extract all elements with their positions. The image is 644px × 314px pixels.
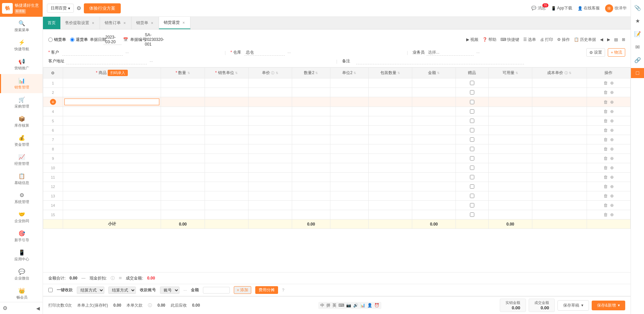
user-info[interactable]: 徐 徐泽华 (605, 4, 627, 12)
nav-prev-btn[interactable]: ◀ (600, 37, 603, 42)
operate-btn[interactable]: ⚙ 操作 (557, 37, 570, 43)
customer-input[interactable] (62, 49, 123, 56)
delete-icon[interactable]: 🗑 (603, 109, 608, 114)
tab-close-1[interactable]: × (91, 21, 95, 25)
right-panel-link[interactable]: 🔗 (634, 55, 641, 65)
unit-sort-icon[interactable]: ⇅ (235, 71, 238, 75)
nav-next-btn[interactable]: ▶ (607, 37, 610, 42)
delete-icon[interactable]: 🗑 (603, 128, 608, 133)
industry-select[interactable]: 日用百货 ▾ (47, 4, 74, 13)
settlement-select[interactable]: 结算方式 (77, 287, 104, 294)
address-dots[interactable]: ··· (150, 59, 153, 64)
ime-zh[interactable]: 中 (320, 303, 324, 308)
copy-icon[interactable]: ⊕ (610, 109, 614, 114)
online-service[interactable]: 👤 在线客服 (578, 5, 600, 11)
row-gift-check[interactable] (456, 116, 489, 126)
copy-icon[interactable]: ⊕ (610, 100, 614, 105)
amount-input[interactable] (203, 287, 230, 294)
settings-btn[interactable]: ⚙ 设置 (586, 48, 605, 57)
cost-sort-icon[interactable]: ⇅ (569, 71, 572, 75)
row-gift-check[interactable] (456, 201, 489, 210)
topbar-gear-icon[interactable]: ⚙ (76, 5, 81, 11)
row-gift-check[interactable] (456, 78, 489, 88)
row-product[interactable] (63, 154, 161, 163)
right-panel-attachment[interactable]: 📎 (634, 3, 641, 13)
right-panel-star[interactable]: ★ (635, 16, 640, 26)
add-btn[interactable]: + 添加 (234, 286, 251, 294)
row-product[interactable] (63, 182, 161, 191)
row-product[interactable] (63, 201, 161, 210)
sidebar-item-新手引导[interactable]: 🎯新手引导 (0, 227, 43, 246)
row-gift-check[interactable] (456, 154, 489, 163)
copy-icon[interactable]: ⊕ (610, 212, 614, 217)
sidebar-item-资金管理[interactable]: 💰资金管理 (0, 131, 43, 150)
delete-icon[interactable]: 🗑 (603, 193, 608, 198)
row-gift-check[interactable] (456, 107, 489, 116)
row-product[interactable] (63, 107, 161, 116)
delete-icon[interactable]: 🗑 (603, 90, 608, 95)
row-product[interactable] (63, 135, 161, 144)
tab-close-2[interactable]: × (123, 21, 126, 25)
customer-dots[interactable]: ··· (125, 50, 129, 55)
warehouse-dots[interactable]: ··· (287, 50, 291, 55)
row-product[interactable] (63, 173, 161, 182)
unit2-sort-icon[interactable]: ⇅ (354, 71, 356, 75)
tab-2[interactable]: 销售订单× (100, 17, 131, 29)
row-product[interactable] (63, 163, 161, 173)
add-icon[interactable]: + (50, 99, 56, 105)
tab-close-3[interactable]: × (150, 21, 154, 25)
save-draft-btn[interactable]: 保存草稿 ▾ (557, 300, 589, 311)
avail-sort-icon[interactable]: ⇅ (516, 71, 518, 75)
table-icon[interactable]: 📊 (360, 303, 365, 308)
row-gift-check[interactable] (456, 97, 489, 107)
copy-icon[interactable]: ⊕ (610, 80, 614, 85)
staff-input[interactable] (427, 49, 474, 56)
save-new-btn[interactable]: 保存&新增 ▾ (592, 301, 625, 310)
sidebar-item-企业微信[interactable]: 💬企业微信 (0, 265, 43, 284)
row-gift-check[interactable] (456, 210, 489, 219)
settings-icon[interactable]: ⚙ (3, 305, 7, 311)
copy-icon[interactable]: ⊕ (610, 184, 614, 189)
calc-method-select[interactable]: 结算方式 (108, 287, 136, 294)
row-gift-check[interactable] (456, 88, 489, 97)
row-add-btn[interactable]: + (43, 97, 63, 107)
copy-icon[interactable]: ⊕ (610, 118, 614, 123)
shortcut-btn[interactable]: ⌨ 快捷键 (500, 37, 519, 43)
delete-icon[interactable]: 🗑 (603, 80, 608, 85)
price-sort-icon[interactable]: ⇅ (276, 71, 278, 75)
right-panel-note[interactable]: 📝 (634, 29, 641, 39)
date-value[interactable]: 2023-03-20 (103, 35, 122, 45)
delete-icon[interactable]: 🗑 (603, 203, 608, 208)
col-gear[interactable]: ⚙ (43, 68, 63, 78)
sidebar-item-基础信息[interactable]: 📋基础信息 (0, 170, 43, 189)
delete-icon[interactable]: 🗑 (603, 146, 608, 151)
row-gift-check[interactable] (456, 126, 489, 135)
row-product[interactable] (63, 144, 161, 154)
copy-icon[interactable]: ⊕ (610, 137, 614, 142)
sidebar-item-畅会员[interactable]: 👑畅会员 (0, 284, 43, 302)
fee-split-btn[interactable]: 费用分摊 (255, 286, 278, 294)
row-product[interactable] (63, 88, 161, 97)
user-icon[interactable]: 👤 (367, 303, 372, 308)
speaker-icon[interactable]: 🔊 (353, 303, 358, 308)
delete-icon[interactable]: 🗑 (603, 184, 608, 189)
tab-1[interactable]: 售价提取设置× (60, 17, 100, 29)
delete-icon[interactable]: 🗑 (603, 175, 608, 180)
copy-icon[interactable]: ⊕ (610, 146, 614, 151)
remark-input[interactable] (356, 58, 524, 64)
address-input[interactable] (66, 58, 147, 64)
clock-icon[interactable]: ⏰ (374, 303, 379, 308)
logistics-btn[interactable]: + 物流 (608, 48, 625, 57)
copy-icon[interactable]: ⊕ (610, 203, 614, 208)
radio-sales[interactable]: 销货单 (48, 37, 66, 43)
delete-icon[interactable]: 🗑 (603, 118, 608, 123)
trial-btn[interactable]: 体验行业方案 (84, 3, 121, 13)
print-btn[interactable]: 🖨 打印 (540, 37, 553, 43)
qty2-sort-icon[interactable]: ⇅ (315, 71, 318, 75)
view-grid-btn[interactable]: ⊞ (622, 37, 625, 42)
right-panel-orange[interactable]: □ (631, 68, 644, 78)
tab-0[interactable]: 首页 (43, 17, 60, 29)
row-product[interactable] (63, 78, 161, 88)
sidebar-item-系统管理[interactable]: ⚙系统管理 (0, 189, 43, 208)
gear-col-icon[interactable]: ⚙ (51, 71, 55, 75)
